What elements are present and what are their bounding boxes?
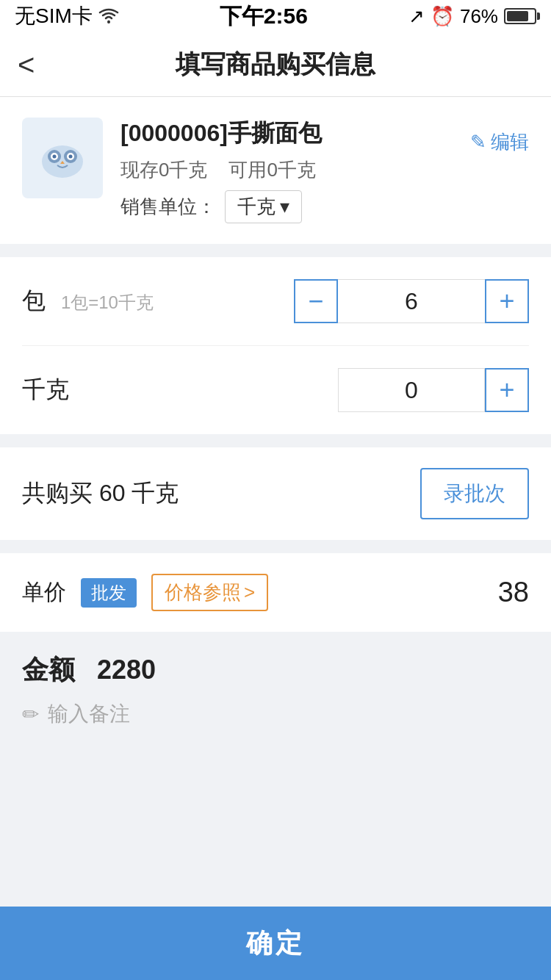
- price-value: 38: [498, 577, 529, 608]
- time-display: 下午2:56: [220, 1, 308, 32]
- battery-icon: [504, 8, 536, 24]
- price-label: 单价: [22, 577, 66, 608]
- alarm-icon: ⏰: [431, 5, 454, 28]
- edit-icon: ✎: [470, 131, 486, 154]
- product-title: [0000006]手撕面包: [120, 118, 529, 150]
- summary-text: 共购买 60 千克: [22, 478, 179, 510]
- confirm-button[interactable]: 确定: [0, 907, 551, 980]
- amount-section: 金额 2280 ✏ 输入备注: [0, 632, 551, 740]
- location-icon: ↗: [408, 5, 425, 28]
- chevron-down-icon: ▾: [280, 195, 289, 218]
- pencil-icon: ✏: [22, 702, 39, 727]
- back-button[interactable]: <: [18, 50, 35, 79]
- battery-percent: 76%: [460, 5, 498, 28]
- kg-qty-row: 千克 +: [22, 346, 529, 434]
- svg-point-6: [53, 155, 57, 159]
- summary-section: 共购买 60 千克 录批次: [0, 447, 551, 540]
- product-image: [22, 118, 103, 198]
- unit-selector[interactable]: 千克 ▾: [225, 190, 302, 223]
- record-batch-button[interactable]: 录批次: [420, 468, 529, 519]
- nav-bar: < 填写商品购买信息: [0, 32, 551, 97]
- wholesale-tag: 批发: [81, 578, 137, 608]
- bao-qty-row: 包 1包=10千克 − +: [22, 257, 529, 346]
- bao-decrement-button[interactable]: −: [294, 279, 338, 323]
- product-stock-info: 现存0千克 可用0千克: [120, 157, 529, 183]
- amount-row: 金额 2280: [22, 652, 529, 688]
- carrier-label: 无SIM卡: [15, 2, 93, 30]
- kg-label: 千克: [22, 376, 69, 403]
- bao-sub-label: 1包=10千克: [61, 292, 154, 312]
- unit-label: 销售单位：: [120, 194, 216, 220]
- product-section: [0000006]手撕面包 现存0千克 可用0千克 销售单位： 千克 ▾ ✎ 编…: [0, 97, 551, 244]
- chevron-right-icon: >: [244, 581, 255, 604]
- page-title: 填写商品购买信息: [176, 48, 375, 82]
- quantity-section: 包 1包=10千克 − + 千克 +: [0, 257, 551, 434]
- price-section: 单价 批发 价格参照 > 38: [0, 553, 551, 632]
- wifi-icon: [98, 8, 119, 24]
- price-reference-button[interactable]: 价格参照 >: [151, 574, 268, 611]
- edit-button[interactable]: ✎ 编辑: [470, 129, 529, 155]
- status-bar: 无SIM卡 下午2:56 ↗ ⏰ 76%: [0, 0, 551, 32]
- kg-increment-button[interactable]: +: [485, 368, 529, 412]
- owl-logo-icon: [37, 136, 88, 180]
- kg-quantity-input[interactable]: [338, 368, 485, 412]
- bao-label: 包: [22, 287, 46, 314]
- amount-value: 2280: [97, 655, 156, 685]
- bao-quantity-input[interactable]: [338, 279, 485, 323]
- note-placeholder[interactable]: 输入备注: [48, 700, 130, 728]
- svg-point-0: [107, 21, 110, 24]
- bao-increment-button[interactable]: +: [485, 279, 529, 323]
- svg-point-7: [69, 155, 73, 159]
